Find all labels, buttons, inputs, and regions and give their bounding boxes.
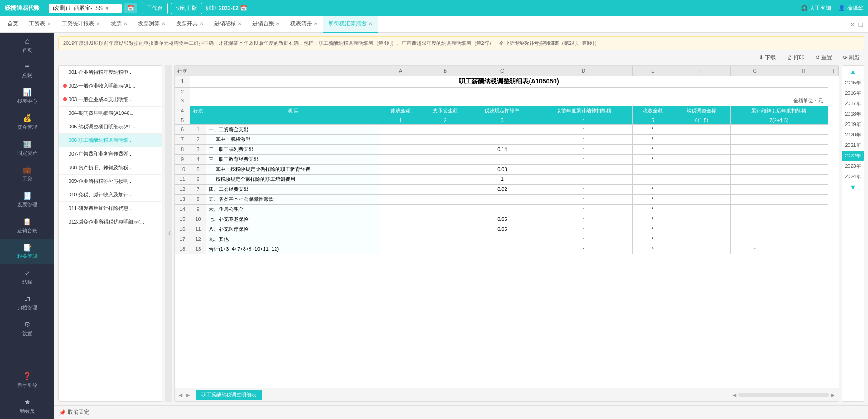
year-2015[interactable]: 2015年 [842,78,864,88]
header2-item [206,116,380,124]
print-button[interactable]: 🖨 打印 [784,53,807,63]
tab-invoice[interactable]: 发票 ✕ [105,16,132,33]
table-row: 13 8 五、各类基本社会保障性缴款 * * * [175,194,839,204]
sidebar-item-settings[interactable]: ⚙ 设置 [0,316,54,341]
tab-tax-book-close[interactable]: ✕ [314,21,318,26]
tab-inout-audit[interactable]: 进销稽核 ✕ [209,16,247,33]
year-2024[interactable]: 2024年 [842,171,864,182]
list-item-008[interactable]: 008-资产折旧、摊销及纳税... [59,161,162,175]
sidebar-item-tax-mgmt[interactable]: 📑 税务管理 [0,239,54,264]
refresh-button[interactable]: ⟳ 刷新 [840,53,863,63]
list-item-005[interactable]: 005-纳税调整项目明细表(A1... [59,120,162,134]
row-12-num: 12 [175,184,190,194]
tab-tax-book[interactable]: 税表清册 ✕ [285,16,323,33]
year-2021[interactable]: 2021年 [842,140,864,151]
tab-payroll-stats[interactable]: 工资统计报表 ✕ [56,16,105,33]
sidebar-item-archive-mgmt[interactable]: 🗂 归档管理 [0,290,54,316]
year-2019[interactable]: 2019年 [842,119,864,130]
sheet-nav-left[interactable]: ◀ [178,392,182,398]
year-2020[interactable]: 2020年 [842,130,864,140]
company-selector[interactable]: (勿删) 江西股宝-LSS ▼ [49,4,122,13]
sidebar-item-general-ledger[interactable]: ≡ 总账 [0,58,54,83]
list-item-002[interactable]: 002-一般企业收入明细表(A1... [59,79,162,93]
tab-bar: 首页 工资表 ✕ 工资统计报表 ✕ 发票 ✕ 发票测算 ✕ 发票开具 ✕ 进销稽… [0,16,868,33]
col-header-d: D [535,66,633,76]
sidebar-item-settlement[interactable]: ✓ 结账 [0,264,54,290]
list-item-012[interactable]: 012-减免企业所得税优惠明细表(... [59,215,162,229]
year-scroll-down[interactable]: ▼ [848,182,858,194]
list-item-003[interactable]: 003-一般企业成本支出明细... [59,93,162,107]
report-icon: 📊 [23,88,32,97]
hscroll-right[interactable]: ▶ [831,392,835,398]
user-avatar[interactable]: 👤 徐泽华 [839,5,863,12]
sheet-tab-main[interactable]: 职工薪酬纳税调整明细表 [196,390,262,400]
tab-payroll-stats-close[interactable]: ✕ [96,21,100,26]
list-item-010[interactable]: 010-免税、减计收入及加计... [59,188,162,202]
sidebar-item-home[interactable]: ⌂ 首页 [0,33,54,58]
header1-c6: 纳税调整全额 [673,106,731,116]
tab-restore[interactable]: □ [859,21,863,28]
sidebar-item-asset-mgmt[interactable]: 💰 资金管理 [0,109,54,135]
year-2023[interactable]: 2023年 [842,161,864,171]
invoice-icon: 🧾 [23,191,32,200]
tab-inout-ledger[interactable]: 进销台账 ✕ [247,16,285,33]
table-row: 17 12 九、其他 * * * [175,234,839,244]
tab-invoice-issue[interactable]: 发票开具 ✕ [171,16,209,33]
hscroll-left[interactable]: ◀ [732,392,736,398]
tab-invoice-issue-close[interactable]: ✕ [200,21,203,26]
tab-invoice-calc[interactable]: 发票测算 ✕ [132,16,171,33]
cancel-fixed-button[interactable]: 取消固定 [68,409,89,416]
tab-payroll[interactable]: 工资表 ✕ [24,16,56,33]
collapse-button[interactable]: 《 [165,65,172,402]
list-item-001[interactable]: 001-企业所得税年度纳税申... [59,66,162,79]
list-item-004[interactable]: 004-期间费用明细表(A1040... [59,107,162,120]
list-item-011[interactable]: 011-研发费用加计扣除优惠... [59,202,162,215]
sidebar-item-new-guide[interactable]: ❓ 新手引导 [0,367,54,393]
ledger-icon: ≡ [25,63,29,71]
table-container[interactable]: 行次 A B C D E F G H I [175,66,839,388]
topbar: 畅捷通易代账 (勿删) 江西股宝-LSS ▼ 📅 工作台 切到旧版 账期 202… [0,0,868,16]
header1-c7: 累计结转以后年度扣除额 [730,106,828,116]
year-2022[interactable]: 2022年 [842,151,864,161]
download-button[interactable]: ⬇ 下载 [756,53,779,63]
header1-c2: 支承发生额 [421,106,470,116]
list-item-006[interactable]: 006-职工薪酬纳税调整明细... [59,134,162,147]
tab-payroll-close[interactable]: ✕ [47,21,51,26]
tab-income-tax-close[interactable]: ✕ [368,21,372,26]
workspace-button[interactable]: 工作台 [142,3,168,14]
sidebar-item-sales-ledger[interactable]: 📋 进销台账 [0,213,54,239]
year-2016[interactable]: 2016年 [842,88,864,98]
sidebar-item-report-center[interactable]: 📊 报表中心 [0,83,54,109]
header1-c4: 以前年度累计结转扣除额 [535,106,633,116]
sheet-nav-right[interactable]: ▶ [186,392,190,398]
tab-income-tax[interactable]: 所得税汇算清缴 ✕ [323,16,378,33]
sheet-tab-bar: ◀ ▶ 职工薪酬纳税调整明细表 ⋯ ◀ ▶ [175,388,839,401]
year-2018[interactable]: 2018年 [842,109,864,119]
tab-invoice-calc-close[interactable]: ✕ [162,21,165,26]
sheet-options-button[interactable]: ⋯ [264,392,270,398]
period-calendar-icon[interactable]: 📅 [240,5,247,11]
calendar-icon[interactable]: 📅 [124,3,137,13]
fixed-asset-icon: 🏢 [23,140,32,148]
year-2017[interactable]: 2017年 [842,98,864,109]
customer-service[interactable]: 🎧 人工客询 [801,5,831,12]
tab-inout-ledger-close[interactable]: ✕ [276,21,280,26]
list-item-007[interactable]: 007-广告费和业务宣传费弹... [59,147,162,161]
collapse-icon: 《 [166,230,171,237]
sidebar-item-payroll[interactable]: 💼 工资 [0,161,54,187]
sidebar-item-member[interactable]: ★ 畅会员 [0,393,54,419]
tab-invoice-close[interactable]: ✕ [123,21,127,26]
header1-c1: 账载金额 [380,106,421,116]
tab-inout-audit-close[interactable]: ✕ [238,21,241,26]
notice-bar: 2019年度涉及取以前年度结转数据的申报表单元格需要手工维护正确，才能保证本年及… [58,36,864,50]
reset-button[interactable]: ↺ 重置 [813,53,835,63]
tab-home[interactable]: 首页 [2,16,24,33]
sidebar-item-invoice-mgmt[interactable]: 🧾 发票管理 [0,187,54,213]
tab-close-all[interactable]: ✕ [850,21,855,28]
row-1-num: 1 [175,76,190,87]
switch-old-button[interactable]: 切到旧版 [171,3,202,14]
col-header-empty [190,66,380,76]
list-item-009[interactable]: 009-企业所得税弥补亏损明... [59,175,162,188]
sidebar-item-fixed-assets[interactable]: 🏢 固定资产 [0,135,54,161]
year-scroll-up[interactable]: ▲ [848,66,858,78]
